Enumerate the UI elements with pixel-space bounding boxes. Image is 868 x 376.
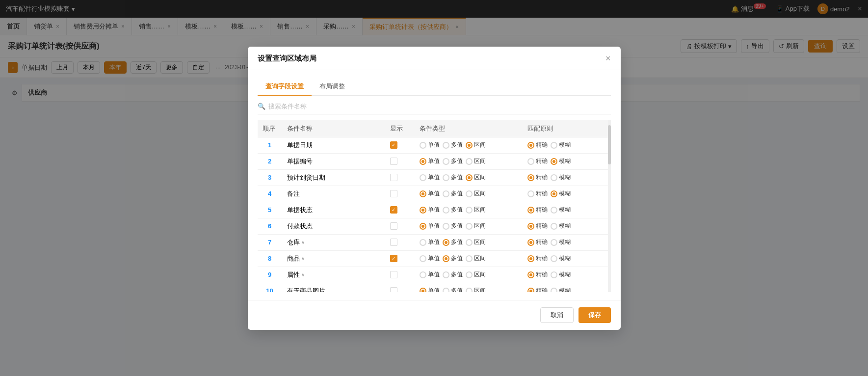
row-type-single-0[interactable]: 单值 (420, 141, 440, 149)
search-input[interactable] (268, 103, 367, 110)
row-type-multi-2[interactable]: 多值 (443, 173, 463, 182)
row-match-exact-1[interactable]: 精确 (527, 157, 548, 165)
row-type-multi-5[interactable]: 多值 (443, 222, 463, 230)
table-row: 7仓库 ∨单值多值区间精确模糊 (258, 234, 611, 250)
row-type-single-3[interactable]: 单值 (420, 189, 440, 198)
row-match-exact-8[interactable]: 精确 (527, 270, 548, 274)
row-type-multi-8[interactable]: 多值 (443, 270, 463, 274)
th-display: 显示 (385, 120, 415, 137)
row-match-exact-6[interactable]: 精确 (527, 238, 548, 246)
row-display-6[interactable] (385, 234, 415, 250)
row-type-single-7[interactable]: 单值 (420, 254, 440, 263)
row-name-7: 商品 ∨ (282, 250, 385, 267)
row-type-range-1[interactable]: 区间 (466, 157, 486, 165)
row-match-0: 精确模糊 (523, 137, 611, 153)
row-type-single-1[interactable]: 单值 (420, 157, 440, 165)
row-type-range-0[interactable]: 区间 (466, 141, 486, 149)
scrollbar-track (608, 120, 611, 275)
row-match-fuzzy-1[interactable]: 模糊 (551, 157, 571, 165)
row-order-6: 7 (258, 234, 282, 250)
row-order-4: 5 (258, 202, 282, 218)
row-checkbox-2[interactable] (390, 174, 397, 181)
modal-body: 查询字段设置 布局调整 🔍 顺序 条件名称 显示 (248, 70, 621, 275)
row-display-7[interactable] (385, 250, 415, 267)
row-order-3: 4 (258, 186, 282, 202)
row-type-multi-6[interactable]: 多值 (443, 238, 463, 246)
row-display-0[interactable] (385, 137, 415, 153)
row-type-single-2[interactable]: 单值 (420, 173, 440, 182)
row-type-range-8[interactable]: 区间 (466, 270, 486, 274)
row-match-exact-5[interactable]: 精确 (527, 222, 548, 230)
row-type-6: 单值多值区间 (415, 234, 523, 250)
modal-title: 设置查询区域布局 (258, 54, 316, 63)
row-order-5: 6 (258, 218, 282, 234)
modal-tabs: 查询字段设置 布局调整 (258, 78, 611, 96)
row-type-single-5[interactable]: 单值 (420, 222, 440, 230)
row-checkbox-4[interactable] (390, 206, 397, 214)
row-checkbox-3[interactable] (390, 190, 397, 197)
modal-close-button[interactable]: × (605, 54, 611, 64)
row-display-5[interactable] (385, 218, 415, 234)
row-display-2[interactable] (385, 169, 415, 186)
row-match-fuzzy-4[interactable]: 模糊 (551, 206, 571, 214)
row-checkbox-1[interactable] (390, 158, 397, 165)
row-type-range-6[interactable]: 区间 (466, 238, 486, 246)
table-row: 2单据编号单值多值区间精确模糊 (258, 153, 611, 169)
row-display-1[interactable] (385, 153, 415, 169)
table-row: 5单据状态单值多值区间精确模糊 (258, 202, 611, 218)
modal-overlay: 设置查询区域布局 × 查询字段设置 布局调整 🔍 (0, 0, 868, 274)
row-match-exact-0[interactable]: 精确 (527, 141, 548, 149)
settings-modal: 设置查询区域布局 × 查询字段设置 布局调整 🔍 (248, 47, 621, 275)
search-row: 🔍 (258, 103, 611, 114)
row-match-fuzzy-6[interactable]: 模糊 (551, 238, 571, 246)
row-name-3: 备注 (282, 186, 385, 202)
row-type-multi-0[interactable]: 多值 (443, 141, 463, 149)
row-match-fuzzy-0[interactable]: 模糊 (551, 141, 571, 149)
table-head: 顺序 条件名称 显示 条件类型 匹配原则 (258, 120, 611, 137)
row-order-2: 3 (258, 169, 282, 186)
row-type-multi-3[interactable]: 多值 (443, 189, 463, 198)
settings-table: 顺序 条件名称 显示 条件类型 匹配原则 1单据日期单值多值区间精确模糊2单据编… (258, 120, 611, 275)
row-type-range-5[interactable]: 区间 (466, 222, 486, 230)
row-display-4[interactable] (385, 202, 415, 218)
table-row: 9属性 ∨单值多值区间精确模糊 (258, 267, 611, 274)
row-match-exact-3[interactable]: 精确 (527, 189, 548, 198)
row-match-2: 精确模糊 (523, 169, 611, 186)
row-order-8: 9 (258, 267, 282, 274)
row-type-multi-1[interactable]: 多值 (443, 157, 463, 165)
row-match-fuzzy-3[interactable]: 模糊 (551, 189, 571, 198)
row-display-8[interactable] (385, 267, 415, 274)
row-match-fuzzy-2[interactable]: 模糊 (551, 173, 571, 182)
row-type-multi-4[interactable]: 多值 (443, 206, 463, 214)
row-type-5: 单值多值区间 (415, 218, 523, 234)
modal-tab-query-fields[interactable]: 查询字段设置 (258, 78, 312, 96)
row-type-range-2[interactable]: 区间 (466, 173, 486, 182)
row-match-fuzzy-7[interactable]: 模糊 (551, 254, 571, 263)
row-checkbox-6[interactable] (390, 239, 397, 246)
search-icon: 🔍 (258, 103, 265, 110)
row-type-range-7[interactable]: 区间 (466, 254, 486, 263)
row-display-3[interactable] (385, 186, 415, 202)
row-type-range-4[interactable]: 区间 (466, 206, 486, 214)
table-row: 4备注单值多值区间精确模糊 (258, 186, 611, 202)
row-checkbox-5[interactable] (390, 222, 397, 230)
row-checkbox-8[interactable] (390, 271, 397, 274)
row-match-fuzzy-8[interactable]: 模糊 (551, 270, 571, 274)
row-type-single-6[interactable]: 单值 (420, 238, 440, 246)
th-name: 条件名称 (282, 120, 385, 137)
row-name-0: 单据日期 (282, 137, 385, 153)
row-match-exact-7[interactable]: 精确 (527, 254, 548, 263)
row-checkbox-0[interactable] (390, 141, 397, 149)
row-type-single-8[interactable]: 单值 (420, 270, 440, 274)
row-order-0: 1 (258, 137, 282, 153)
row-checkbox-7[interactable] (390, 255, 397, 262)
modal-tab-layout[interactable]: 布局调整 (312, 78, 353, 96)
row-match-3: 精确模糊 (523, 186, 611, 202)
row-match-exact-4[interactable]: 精确 (527, 206, 548, 214)
row-type-multi-7[interactable]: 多值 (443, 254, 463, 263)
row-match-4: 精确模糊 (523, 202, 611, 218)
row-type-range-3[interactable]: 区间 (466, 189, 486, 198)
row-type-single-4[interactable]: 单值 (420, 206, 440, 214)
row-match-fuzzy-5[interactable]: 模糊 (551, 222, 571, 230)
row-match-exact-2[interactable]: 精确 (527, 173, 548, 182)
